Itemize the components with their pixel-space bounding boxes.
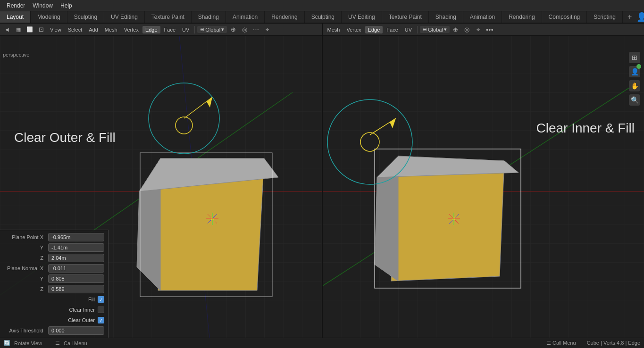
workspace-tabs-right: 👤 🌐 Scene: [636, 11, 644, 23]
vp-right-edge-btn[interactable]: Edge: [365, 26, 383, 33]
vp-right-uv-btn[interactable]: UV: [402, 26, 415, 33]
prop-fill-row: Fill: [0, 294, 108, 305]
vp-left-snap[interactable]: ⊕: [228, 25, 238, 34]
vp-right-mesh-btn[interactable]: Mesh: [325, 26, 343, 33]
vp-left-mesh-btn[interactable]: Mesh: [102, 26, 120, 33]
vp-right-transform-dropdown[interactable]: ⊕ Global ▾: [420, 26, 450, 33]
prop-row-plane-z: Z 2.04m: [0, 253, 108, 263]
prop-normal-y-value[interactable]: 0.808: [48, 274, 104, 283]
prop-normal-z-value[interactable]: 0.589: [48, 285, 104, 293]
vp-right-shading-radio[interactable]: ●●●: [485, 25, 495, 34]
prop-plane-x-label: Plane Point X: [4, 234, 46, 240]
vp-right-snap[interactable]: ⊕: [451, 25, 461, 34]
prop-normal-x-value[interactable]: -0.011: [48, 264, 104, 273]
tab-compositing[interactable]: Compositing: [542, 11, 587, 23]
tab-layout[interactable]: Layout: [0, 11, 31, 23]
prop-plane-x-value[interactable]: -0.965m: [48, 233, 104, 241]
menu-help[interactable]: Help: [58, 1, 75, 10]
status-left: 🔄 Rotate View ☰ Call Menu: [4, 340, 87, 346]
tab-add-button[interactable]: +: [623, 11, 636, 23]
prop-plane-z-value[interactable]: 2.04m: [48, 254, 104, 262]
tab-rendering-2[interactable]: Rendering: [502, 11, 542, 23]
vp-right-transform-chevron: ▾: [444, 26, 447, 33]
vp-left-more[interactable]: ⋯: [251, 25, 261, 34]
tab-scripting[interactable]: Scripting: [587, 11, 623, 23]
prop-clear-outer-checkbox[interactable]: [98, 317, 104, 323]
vp-left-xray[interactable]: ⊡: [36, 25, 46, 34]
vp-right-grid: Clear Inner & Fill ⊞ 👤 ✋ 🔍: [323, 36, 644, 338]
tab-sculpting-2[interactable]: Sculpting: [305, 11, 342, 23]
vp-right-transform-icon: ⊕: [423, 26, 427, 33]
prop-fill-label: Fill: [88, 297, 95, 302]
vp-left-viewport-type[interactable]: ▦: [13, 25, 24, 34]
vp-left-collapse[interactable]: ◀: [2, 25, 12, 34]
vp-left-view-btn[interactable]: View: [47, 26, 64, 33]
tab-sculpting-1[interactable]: Sculpting: [67, 11, 104, 23]
prop-axis-threshold-label: Axis Threshold: [4, 328, 46, 333]
vp-right-face-btn[interactable]: Face: [384, 26, 401, 33]
vp-left-pie[interactable]: ⌖: [262, 25, 272, 34]
viewport-right[interactable]: Mesh Vertex Edge Face UV ⊕ Global ▾ ⊕ ◎ …: [323, 24, 644, 338]
user-icon[interactable]: 👤: [636, 12, 644, 22]
vp-left-face-btn[interactable]: Face: [161, 26, 178, 33]
prop-clear-outer-label: Clear Outer: [68, 317, 95, 323]
call-menu-icon-right: ☰: [546, 340, 551, 346]
vp-left-transform-dropdown[interactable]: ⊕ Global ▾: [197, 26, 227, 33]
menu-render[interactable]: Render: [4, 1, 28, 10]
prop-clear-inner-checkbox[interactable]: [98, 307, 104, 313]
prop-clear-inner-row: Clear Inner: [0, 305, 108, 315]
prop-axis-threshold-value[interactable]: 0.000: [48, 326, 104, 335]
vp-right-sep1: [417, 26, 418, 33]
tab-animation-2[interactable]: Animation: [463, 11, 502, 23]
status-right: ☰ Call Menu Cube | Verts:4,8 | Edge: [546, 340, 640, 346]
vp-left-vertex-btn[interactable]: Vertex: [121, 26, 142, 33]
call-menu-label-left: Call Menu: [64, 340, 87, 346]
prop-clear-outer-row: Clear Outer: [0, 315, 108, 325]
vp-overlay-search-icon[interactable]: 🔍: [629, 94, 640, 106]
prop-row-normal-x: Plane Normal X -0.011: [0, 263, 108, 273]
menu-window[interactable]: Window: [30, 1, 56, 10]
vp-left-view-toggle[interactable]: ⬜: [25, 25, 35, 34]
vp-overlay-grid-icon[interactable]: ⊞: [629, 52, 640, 63]
status-info: Cube | Verts:4,8 | Edge: [587, 340, 640, 346]
prop-plane-y-label: Y: [4, 245, 46, 250]
tab-uv-editing-1[interactable]: UV Editing: [104, 11, 145, 23]
vp-right-proportional[interactable]: ◎: [462, 25, 472, 34]
vp-right-mode-dots[interactable]: ⌖: [473, 25, 484, 34]
vp-left-uv-btn[interactable]: UV: [179, 26, 192, 33]
tab-shading-2[interactable]: Shading: [429, 11, 463, 23]
prop-normal-y-label: Y: [4, 276, 46, 282]
tab-modeling[interactable]: Modeling: [31, 11, 67, 23]
prop-normal-z-label: Z: [4, 286, 46, 292]
tab-texture-paint-1[interactable]: Texture Paint: [145, 11, 192, 23]
prop-row-plane-y: Y -1.41m: [0, 242, 108, 253]
call-menu-icon-left: ☰: [55, 340, 60, 346]
green-dot: [636, 64, 641, 69]
vp-left-perspective-label: perspective: [3, 52, 29, 58]
workspace-tabs: Layout Modeling Sculpting UV Editing Tex…: [0, 11, 644, 24]
prop-plane-y-value[interactable]: -1.41m: [48, 243, 104, 252]
tab-rendering-1[interactable]: Rendering: [265, 11, 304, 23]
menu-items: Render Window Help: [0, 1, 79, 10]
vp-toolbar-right: Mesh Vertex Edge Face UV ⊕ Global ▾ ⊕ ◎ …: [323, 24, 644, 36]
prop-fill-checkbox[interactable]: [98, 296, 104, 303]
vp-left-edge-btn[interactable]: Edge: [142, 26, 160, 33]
prop-clear-inner-label: Clear Inner: [69, 307, 95, 313]
props-panel: Plane Point X -0.965m Y -1.41m Z 2.04m P…: [0, 230, 109, 338]
vp-left-transform-chevron: ▾: [221, 26, 224, 33]
tab-uv-editing-2[interactable]: UV Editing: [342, 11, 382, 23]
vp-right-transform-label: Global: [428, 27, 443, 33]
tab-shading-1[interactable]: Shading: [192, 11, 226, 23]
vp-overlay-hand-icon[interactable]: ✋: [629, 80, 640, 91]
tab-animation-1[interactable]: Animation: [226, 11, 265, 23]
vp-toolbar-left: ◀ ▦ ⬜ ⊡ View Select Add Mesh Vertex Edge…: [0, 24, 322, 36]
prop-normal-x-label: Plane Normal X: [4, 265, 46, 271]
vp-left-add-btn[interactable]: Add: [86, 26, 101, 33]
vp-left-proportional[interactable]: ◎: [239, 25, 250, 34]
vp-left-transform-label: Global: [205, 27, 220, 33]
tab-texture-paint-2[interactable]: Texture Paint: [382, 11, 429, 23]
vp-right-vertex-btn[interactable]: Vertex: [343, 26, 364, 33]
prop-row-normal-y: Y 0.808: [0, 273, 108, 284]
top-bar: Render Window Help: [0, 0, 644, 11]
vp-left-select-btn[interactable]: Select: [65, 26, 85, 33]
